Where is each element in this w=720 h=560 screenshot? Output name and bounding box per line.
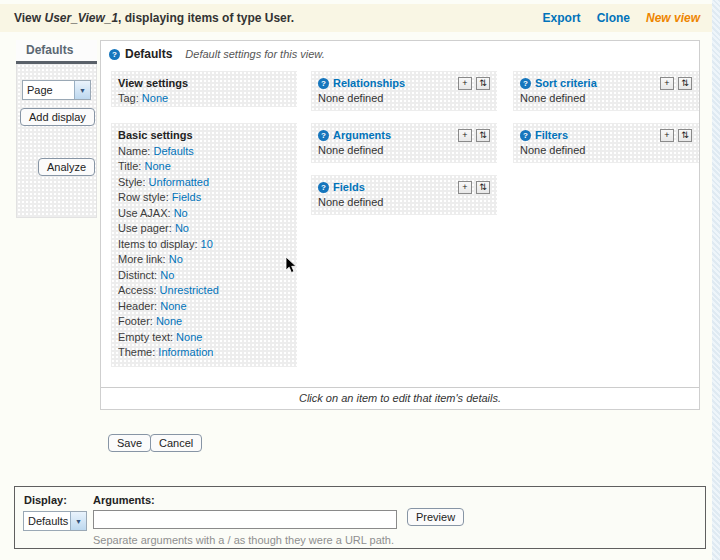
help-icon[interactable]: ?: [520, 130, 531, 141]
rearrange-fields-button[interactable]: ⇅: [476, 181, 490, 194]
chevron-down-icon: ▼: [70, 512, 86, 530]
setting-row: Style: Unformatted: [118, 175, 290, 191]
title-suffix: , displaying items of type User.: [118, 11, 294, 25]
arguments-box: ? Arguments + ⇅ None defined: [311, 123, 497, 163]
relationships-link[interactable]: Relationships: [333, 76, 405, 91]
setting-row: Use AJAX: No: [118, 206, 290, 222]
setting-value-link[interactable]: Information: [158, 346, 213, 358]
save-button[interactable]: Save: [108, 434, 151, 452]
add-filter-button[interactable]: +: [660, 129, 674, 142]
setting-label: Distinct:: [118, 269, 157, 281]
setting-row: Footer: None: [118, 314, 290, 330]
display-type-select[interactable]: Page ▼: [22, 80, 91, 100]
setting-value-link[interactable]: No: [169, 253, 183, 265]
setting-value-link[interactable]: No: [175, 222, 189, 234]
rearrange-arguments-button[interactable]: ⇅: [476, 129, 490, 142]
view-name: User_View_1: [44, 11, 118, 25]
setting-label: Row style:: [118, 191, 169, 203]
setting-value-link[interactable]: Unformatted: [149, 176, 210, 188]
setting-value-link[interactable]: No: [160, 269, 174, 281]
help-icon[interactable]: ?: [520, 78, 531, 89]
setting-row: Name: Defaults: [118, 144, 290, 160]
live-preview-panel: Display: Defaults ▼ Arguments: Preview S…: [14, 486, 706, 549]
setting-label: Empty text:: [118, 331, 173, 343]
help-icon[interactable]: ?: [318, 130, 329, 141]
add-sort-button[interactable]: +: [660, 77, 674, 90]
filters-empty-text: None defined: [520, 143, 692, 158]
setting-value-link[interactable]: None: [142, 92, 168, 104]
chevron-down-icon: ▼: [74, 81, 90, 99]
sort-criteria-empty-text: None defined: [520, 91, 692, 106]
setting-value-link[interactable]: None: [160, 300, 186, 312]
title-prefix: View: [14, 11, 44, 25]
setting-row: Row style: Fields: [118, 190, 290, 206]
preview-display-select[interactable]: Defaults ▼: [23, 511, 87, 531]
filters-link[interactable]: Filters: [535, 128, 568, 143]
new-view-link[interactable]: New view: [646, 11, 700, 25]
setting-label: More link:: [118, 253, 166, 265]
arguments-empty-text: None defined: [318, 143, 490, 158]
panel-footer-note: Click on an item to edit that item's det…: [101, 387, 699, 409]
page-edge-texture: [712, 0, 720, 560]
relationships-box: ? Relationships + ⇅ None defined: [311, 71, 497, 111]
box-title-row: ? Fields + ⇅: [318, 180, 490, 195]
help-icon[interactable]: ?: [109, 49, 120, 60]
setting-value-link[interactable]: Defaults: [153, 145, 193, 157]
analyze-button[interactable]: Analyze: [38, 158, 95, 176]
add-field-button[interactable]: +: [458, 181, 472, 194]
add-display-button[interactable]: Add display: [20, 108, 95, 126]
header-links: Export Clone New view: [543, 11, 700, 25]
box-title-row: ? Sort criteria + ⇅: [520, 76, 692, 91]
box-title-row: ? Arguments + ⇅: [318, 128, 490, 143]
setting-label: Footer:: [118, 315, 153, 327]
setting-label: Title:: [118, 160, 141, 172]
panel-header: ? Defaults Default settings for this vie…: [109, 47, 325, 61]
tab-defaults[interactable]: Defaults: [16, 40, 97, 64]
panel-subtitle: Default settings for this view.: [185, 48, 324, 60]
view-settings-title: View settings: [118, 76, 290, 91]
box-title-row: ? Relationships + ⇅: [318, 76, 490, 91]
export-link[interactable]: Export: [543, 11, 581, 25]
cancel-button[interactable]: Cancel: [150, 434, 202, 452]
view-header-bar: View User_View_1, displaying items of ty…: [0, 4, 712, 32]
preview-button[interactable]: Preview: [407, 508, 464, 526]
box-title-row: ? Filters + ⇅: [520, 128, 692, 143]
arguments-input[interactable]: [93, 510, 397, 529]
clone-link[interactable]: Clone: [597, 11, 630, 25]
setting-value-link[interactable]: None: [176, 331, 202, 343]
help-icon[interactable]: ?: [318, 182, 329, 193]
setting-value-link[interactable]: Unrestricted: [160, 284, 219, 296]
panel-title: Defaults: [125, 47, 172, 61]
sort-criteria-link[interactable]: Sort criteria: [535, 76, 597, 91]
setting-row: Title: None: [118, 159, 290, 175]
setting-row: Empty text: None: [118, 330, 290, 346]
add-argument-button[interactable]: +: [458, 129, 472, 142]
add-relationship-button[interactable]: +: [458, 77, 472, 90]
setting-row: Access: Unrestricted: [118, 283, 290, 299]
setting-row: Tag: None: [118, 91, 290, 107]
setting-label: Tag:: [118, 92, 139, 104]
setting-value-link[interactable]: Fields: [172, 191, 201, 203]
display-type-select-value: Page: [23, 84, 74, 96]
setting-value-link[interactable]: 10: [201, 238, 213, 250]
setting-value-link[interactable]: No: [174, 207, 188, 219]
setting-row: Theme: Information: [118, 345, 290, 361]
arguments-help-text: Separate arguments with a / as though th…: [93, 534, 394, 546]
setting-label: Access:: [118, 284, 157, 296]
rearrange-sorts-button[interactable]: ⇅: [678, 77, 692, 90]
page: View User_View_1, displaying items of ty…: [0, 0, 720, 560]
setting-row: Items to display: 10: [118, 237, 290, 253]
help-icon[interactable]: ?: [318, 78, 329, 89]
setting-label: Theme:: [118, 346, 155, 358]
fields-link[interactable]: Fields: [333, 180, 365, 195]
setting-value-link[interactable]: None: [156, 315, 182, 327]
setting-label: Name:: [118, 145, 150, 157]
setting-value-link[interactable]: None: [145, 160, 171, 172]
rearrange-filters-button[interactable]: ⇅: [678, 129, 692, 142]
arguments-link[interactable]: Arguments: [333, 128, 391, 143]
rearrange-relationships-button[interactable]: ⇅: [476, 77, 490, 90]
display-sidebar: Page ▼ Add display Analyze: [16, 64, 97, 218]
setting-row: More link: No: [118, 252, 290, 268]
setting-label: Use pager:: [118, 222, 172, 234]
preview-display-select-value: Defaults: [24, 515, 70, 527]
